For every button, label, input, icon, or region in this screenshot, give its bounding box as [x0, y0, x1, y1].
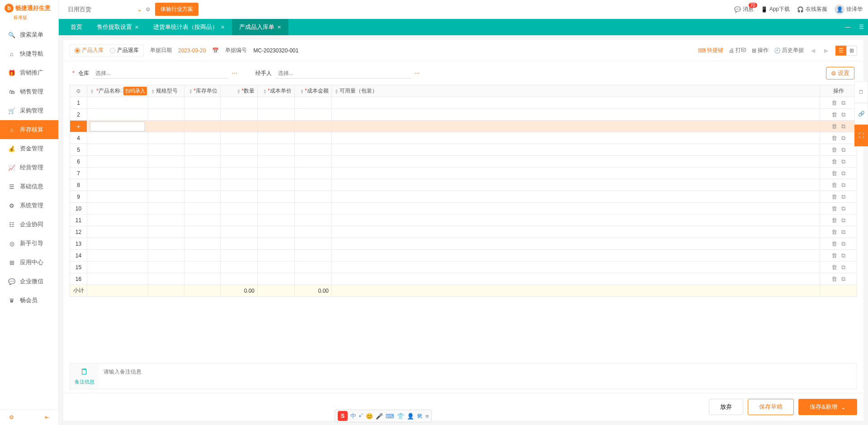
- table-row[interactable]: 13 🗑 ⧉: [70, 238, 857, 250]
- experience-button[interactable]: 体验行业方案: [155, 3, 198, 16]
- col-amt[interactable]: ▲▼*成本金额: [295, 85, 332, 97]
- copy-row-icon[interactable]: ⧉: [841, 264, 845, 271]
- prev-doc-button[interactable]: ◀: [809, 47, 817, 54]
- sidebar-item[interactable]: ⌂快捷导航: [0, 44, 58, 63]
- scan-entry-button[interactable]: 扫码录入: [123, 87, 147, 95]
- copy-row-icon[interactable]: ⧉: [841, 99, 845, 106]
- store-settings-icon[interactable]: ⚙: [146, 6, 151, 13]
- table-row[interactable]: 4 🗑 ⧉: [70, 132, 857, 144]
- add-row-button[interactable]: +: [75, 122, 83, 131]
- col-product-name[interactable]: ▲▼ *产品名称ⓘ 扫码录入: [87, 85, 148, 97]
- close-icon[interactable]: ✕: [277, 24, 281, 30]
- table-row[interactable]: 9 🗑 ⧉: [70, 191, 857, 203]
- delete-row-icon[interactable]: 🗑: [831, 99, 837, 106]
- tab-minimize-button[interactable]: —: [841, 19, 854, 35]
- copy-row-icon[interactable]: ⧉: [841, 135, 845, 141]
- handler-more-icon[interactable]: ⋯: [415, 70, 420, 76]
- rail-note-button[interactable]: 🗒: [854, 81, 868, 103]
- print-button[interactable]: 🖨 打印: [729, 47, 746, 54]
- rail-link-button[interactable]: 🔗: [854, 103, 868, 125]
- table-row[interactable]: 11 🗑 ⧉: [70, 215, 857, 226]
- support-button[interactable]: 🎧 在线客服: [797, 5, 827, 13]
- table-row[interactable]: 14 🗑 ⧉: [70, 250, 857, 262]
- copy-row-icon[interactable]: ⧉: [841, 111, 845, 118]
- close-icon[interactable]: ✕: [221, 24, 225, 30]
- sidebar-item[interactable]: ☰基础信息: [0, 177, 58, 196]
- sidebar-item[interactable]: 💬企业微信: [0, 272, 58, 291]
- copy-row-icon[interactable]: ⧉: [841, 182, 845, 188]
- copy-row-icon[interactable]: ⧉: [841, 193, 845, 200]
- product-name-input[interactable]: [90, 121, 145, 131]
- table-row[interactable]: + 🗑 ⧉: [70, 121, 857, 132]
- ime-toolbar[interactable]: S 中 •ˇ 😊 🎤 ⌨ 👕 👤 🛠 ≡: [335, 410, 432, 422]
- sidebar-item[interactable]: 🛍销售管理: [0, 82, 58, 101]
- user-menu[interactable]: 👤 徐泽华: [835, 5, 863, 14]
- delete-row-icon[interactable]: 🗑: [831, 135, 837, 141]
- table-settings-button[interactable]: ⚙ 设置: [826, 67, 854, 79]
- col-config-button[interactable]: ⚙: [70, 85, 87, 97]
- col-price[interactable]: ▲▼*成本单价: [258, 85, 295, 97]
- calendar-icon[interactable]: 📅: [212, 47, 219, 54]
- tab[interactable]: 售价提取设置✕: [90, 19, 146, 35]
- settings-icon[interactable]: ⚙: [9, 414, 14, 420]
- warehouse-more-icon[interactable]: ⋯: [232, 70, 237, 76]
- more-actions-button[interactable]: ⊞ 操作: [752, 47, 769, 54]
- delete-row-icon[interactable]: 🗑: [831, 182, 837, 188]
- radio-product-in[interactable]: 产品入库: [75, 47, 104, 54]
- remark-textarea[interactable]: [99, 364, 857, 389]
- sidebar-item[interactable]: ⚙系统管理: [0, 196, 58, 215]
- sidebar-item[interactable]: 📈经营管理: [0, 158, 58, 177]
- close-icon[interactable]: ✕: [135, 24, 139, 30]
- sidebar-item[interactable]: ⌂库存核算: [0, 120, 58, 139]
- sidebar-item[interactable]: 🔍搜索菜单: [0, 25, 58, 44]
- tab-menu-button[interactable]: ☰: [854, 19, 868, 35]
- table-row[interactable]: 16 🗑 ⧉: [70, 273, 857, 285]
- col-spec[interactable]: ▲▼规格型号: [148, 85, 184, 97]
- history-button[interactable]: 🕘 历史单据: [774, 47, 804, 54]
- copy-row-icon[interactable]: ⧉: [841, 229, 845, 235]
- radio-product-out[interactable]: 产品退库: [110, 47, 139, 54]
- sidebar-item[interactable]: ♛畅会员: [0, 291, 58, 310]
- delete-row-icon[interactable]: 🗑: [831, 276, 837, 282]
- collapse-icon[interactable]: ⇤: [45, 414, 49, 420]
- copy-row-icon[interactable]: ⧉: [841, 240, 845, 247]
- handler-input[interactable]: [275, 68, 411, 79]
- sidebar-item[interactable]: ◎新手引导: [0, 234, 58, 253]
- warehouse-input[interactable]: [93, 68, 228, 79]
- table-row[interactable]: 10 🗑 ⧉: [70, 203, 857, 215]
- copy-row-icon[interactable]: ⧉: [841, 123, 845, 130]
- tab[interactable]: 进货单统计表（按商品）✕: [146, 19, 232, 35]
- sidebar-item[interactable]: 💰资金管理: [0, 139, 58, 158]
- delete-row-icon[interactable]: 🗑: [831, 205, 837, 212]
- copy-row-icon[interactable]: ⧉: [841, 205, 845, 212]
- delete-row-icon[interactable]: 🗑: [831, 170, 837, 177]
- date-value[interactable]: 2023-03-20: [178, 47, 206, 54]
- table-row[interactable]: 7 🗑 ⧉: [70, 168, 857, 179]
- col-unit[interactable]: ▲▼*库存单位: [184, 85, 221, 97]
- table-row[interactable]: 6 🗑 ⧉: [70, 156, 857, 168]
- app-download-button[interactable]: 📱 App下载: [761, 5, 790, 13]
- save-new-button[interactable]: 保存&新增 ⌄: [798, 399, 857, 415]
- col-qty[interactable]: ▲▼*数量: [221, 85, 258, 97]
- view-card-button[interactable]: ⊞: [846, 46, 857, 56]
- table-row[interactable]: 5 🗑 ⧉: [70, 144, 857, 156]
- delete-row-icon[interactable]: 🗑: [831, 193, 837, 200]
- rail-expand-button[interactable]: ⛶: [854, 125, 868, 146]
- col-available[interactable]: ▲▼可用量（包装）: [332, 85, 820, 97]
- copy-row-icon[interactable]: ⧉: [841, 170, 845, 177]
- tab[interactable]: 首页: [63, 19, 90, 35]
- delete-row-icon[interactable]: 🗑: [831, 158, 837, 165]
- delete-row-icon[interactable]: 🗑: [831, 229, 837, 235]
- delete-row-icon[interactable]: 🗑: [831, 240, 837, 247]
- discard-button[interactable]: 放弃: [709, 399, 743, 415]
- copy-row-icon[interactable]: ⧉: [841, 146, 845, 153]
- tab[interactable]: 产成品入库单✕: [232, 19, 288, 35]
- delete-row-icon[interactable]: 🗑: [831, 146, 837, 153]
- table-row[interactable]: 1 🗑 ⧉: [70, 97, 857, 109]
- copy-row-icon[interactable]: ⧉: [841, 217, 845, 224]
- delete-row-icon[interactable]: 🗑: [831, 252, 837, 259]
- delete-row-icon[interactable]: 🗑: [831, 264, 837, 271]
- shortcut-button[interactable]: ⌨ 快捷键: [698, 47, 723, 54]
- table-row[interactable]: 8 🗑 ⧉: [70, 179, 857, 191]
- sidebar-item[interactable]: ⊞应用中心: [0, 253, 58, 272]
